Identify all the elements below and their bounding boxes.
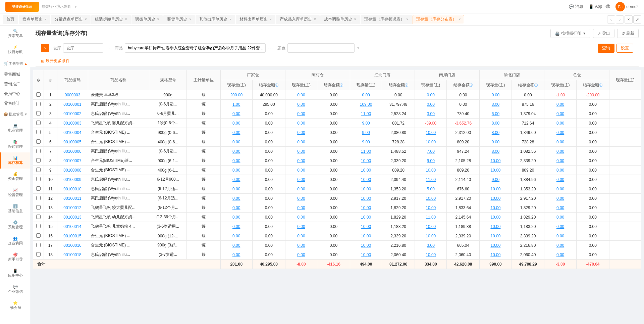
- row-gear[interactable]: [33, 137, 44, 147]
- row-na-stock[interactable]: 0.00: [415, 100, 447, 109]
- row-jb-stock[interactable]: 9.00: [350, 128, 382, 137]
- row-f-stock[interactable]: 0.00: [220, 203, 252, 213]
- row-f-stock[interactable]: 0.00: [220, 119, 252, 128]
- tab-1-close[interactable]: ×: [45, 17, 47, 21]
- refresh-btn[interactable]: ↺ 刷新: [617, 29, 639, 38]
- sidebar-item-appcenter[interactable]: 📱 应用中心: [0, 265, 30, 281]
- tab-4-close[interactable]: ×: [157, 17, 159, 21]
- sidebar-item-search[interactable]: 🔍 搜索英单: [0, 26, 30, 42]
- row-gear[interactable]: [33, 231, 44, 241]
- row-f-stock[interactable]: 0.00: [220, 231, 252, 241]
- sidebar-item-inventory[interactable]: 📊 库存核算: [0, 152, 30, 169]
- row-t-stock[interactable]: 0.00: [544, 194, 576, 203]
- row-checkbox[interactable]: [36, 205, 41, 210]
- color-dropdown[interactable]: ▼: [357, 46, 360, 50]
- row-na-stock[interactable]: 10.00: [415, 250, 447, 260]
- row-checkbox[interactable]: [36, 158, 41, 163]
- row-jb-stock[interactable]: 10.00: [350, 156, 382, 166]
- row-jb-stock[interactable]: 10.00: [350, 166, 382, 175]
- row-na-stock[interactable]: 10.00: [415, 231, 447, 241]
- tab-8-close[interactable]: ×: [314, 17, 316, 21]
- row-jb-stock[interactable]: 10.00: [350, 175, 382, 184]
- row-v-stock[interactable]: 0.00: [285, 184, 317, 194]
- row-checkbox[interactable]: [36, 111, 41, 115]
- sidebar-item-vip[interactable]: ⭐ 畅会员: [0, 297, 30, 314]
- row-yb-stock[interactable]: 10.00: [480, 241, 512, 250]
- tab-next-btn[interactable]: ›: [616, 15, 624, 24]
- row-yb-stock[interactable]: 10.00: [480, 250, 512, 260]
- row-na-stock[interactable]: 3.00: [415, 109, 447, 119]
- tab-prev-btn[interactable]: ‹: [607, 15, 615, 24]
- sidebar-item-purchase[interactable]: 🛍️ 采购管理: [0, 136, 30, 152]
- row-t-stock[interactable]: 0.00: [544, 128, 576, 137]
- row-yb-stock[interactable]: 10.00: [480, 213, 512, 222]
- row-yb-stock[interactable]: 8.00: [480, 128, 512, 137]
- row-f-stock[interactable]: 200.00: [220, 90, 252, 100]
- row-yb-stock[interactable]: 10.00: [480, 203, 512, 213]
- row-na-stock[interactable]: 10.00: [415, 128, 447, 137]
- row-na-stock[interactable]: 11.00: [415, 175, 447, 184]
- tab-5-close[interactable]: ×: [189, 17, 191, 21]
- row-v-stock[interactable]: 0.00: [285, 156, 317, 166]
- row-f-stock[interactable]: 0.00: [220, 175, 252, 184]
- row-gear[interactable]: [33, 100, 44, 109]
- tab-3-close[interactable]: ×: [125, 17, 127, 21]
- row-f-stock[interactable]: 0.00: [220, 184, 252, 194]
- sidebar-item-wechat[interactable]: 💬 企业微信: [0, 281, 30, 297]
- row-na-stock[interactable]: -39.00: [415, 119, 447, 128]
- user-area[interactable]: Ea demo2: [615, 2, 639, 11]
- row-t-stock[interactable]: 0.00: [544, 203, 576, 213]
- row-t-stock[interactable]: 0.00: [544, 250, 576, 260]
- warehouse-input[interactable]: [63, 43, 103, 53]
- row-t-stock[interactable]: 0.00: [544, 166, 576, 175]
- row-gear[interactable]: [33, 109, 44, 119]
- row-t-stock[interactable]: 0.00: [544, 147, 576, 156]
- row-yb-stock[interactable]: 10.00: [480, 166, 512, 175]
- row-f-stock[interactable]: 0.00: [220, 250, 252, 260]
- product-input[interactable]: [125, 43, 266, 53]
- row-v-stock[interactable]: 0.00: [285, 194, 317, 203]
- sidebar-sub-retailstats[interactable]: 零售统计: [0, 99, 30, 108]
- tab-5[interactable]: 要货单历史 ×: [163, 15, 195, 24]
- row-t-stock[interactable]: 0.00: [544, 109, 576, 119]
- row-t-stock[interactable]: 0.00: [544, 222, 576, 231]
- row-yb-stock[interactable]: 8.00: [480, 119, 512, 128]
- row-checkbox[interactable]: [36, 139, 41, 144]
- row-v-stock[interactable]: 0.00: [285, 100, 317, 109]
- subtitle-dropdown[interactable]: ▼: [74, 5, 77, 9]
- sidebar-item-system[interactable]: ⚙️ 系统管理: [0, 217, 30, 233]
- row-checkbox[interactable]: [36, 168, 41, 172]
- row-gear[interactable]: [33, 166, 44, 175]
- row-na-stock[interactable]: 10.00: [415, 203, 447, 213]
- row-jb-stock[interactable]: 10.00: [350, 194, 382, 203]
- gear-icon[interactable]: ⚙: [37, 78, 40, 83]
- tab-9[interactable]: 成本调整单历史 ×: [320, 15, 360, 24]
- row-jb-stock[interactable]: 109.00: [350, 100, 382, 109]
- sidebar-item-wholesale[interactable]: 📦 批发管理 ▼: [0, 108, 30, 120]
- row-checkbox[interactable]: [36, 233, 41, 238]
- row-checkbox[interactable]: [36, 215, 41, 219]
- row-yb-stock[interactable]: 10.00: [480, 194, 512, 203]
- row-checkbox[interactable]: [36, 196, 41, 200]
- row-gear[interactable]: [33, 175, 44, 184]
- row-f-stock[interactable]: 0.00: [220, 222, 252, 231]
- row-jb-stock[interactable]: 9.00: [350, 119, 382, 128]
- tab-3[interactable]: 组装拆卸单历史 ×: [91, 15, 131, 24]
- row-gear[interactable]: [33, 184, 44, 194]
- row-checkbox[interactable]: [36, 130, 41, 134]
- app-download-btn[interactable]: 📱 App下载: [589, 4, 610, 9]
- row-v-stock[interactable]: 0.00: [285, 109, 317, 119]
- row-jb-stock[interactable]: 11.00: [350, 109, 382, 119]
- row-gear[interactable]: [33, 194, 44, 203]
- tab-6-close[interactable]: ×: [229, 17, 231, 21]
- row-yb-stock[interactable]: 10.00: [480, 156, 512, 166]
- row-checkbox[interactable]: [36, 252, 41, 257]
- row-t-stock[interactable]: 0.00: [544, 100, 576, 109]
- row-gear[interactable]: [33, 119, 44, 128]
- row-jb-stock[interactable]: 10.00: [350, 222, 382, 231]
- row-jb-stock[interactable]: 10.00: [350, 213, 382, 222]
- tab-4[interactable]: 调拨单历史 ×: [131, 15, 163, 24]
- tab-1[interactable]: 盘点单历史 ×: [19, 15, 50, 24]
- row-checkbox[interactable]: [36, 186, 41, 191]
- row-v-stock[interactable]: 0.00: [285, 147, 317, 156]
